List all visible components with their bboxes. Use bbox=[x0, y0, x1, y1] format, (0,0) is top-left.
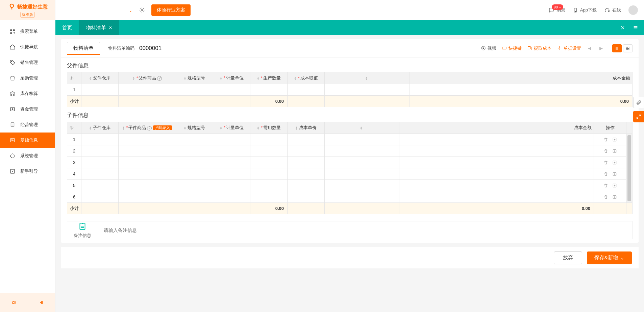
col-parent-cost-amount[interactable]: 成本金额 bbox=[613, 75, 630, 80]
shortcut-button[interactable]: 快捷键 bbox=[502, 45, 522, 51]
sort-icon[interactable]: ▲▼ bbox=[257, 126, 259, 130]
sidebar-item-inventory[interactable]: 库存核算 bbox=[0, 86, 55, 101]
discard-button[interactable]: 放弃 bbox=[554, 251, 582, 264]
svg-rect-1 bbox=[10, 29, 12, 31]
experience-plan-button[interactable]: 体验行业方案 bbox=[151, 4, 191, 16]
delete-row-icon[interactable] bbox=[603, 149, 608, 153]
sort-icon[interactable]: ▲▼ bbox=[360, 126, 363, 130]
sidebar-item-sales[interactable]: 销售管理 bbox=[0, 55, 55, 70]
sort-icon[interactable]: ▲▼ bbox=[184, 126, 187, 130]
org-settings-button[interactable] bbox=[137, 5, 147, 15]
floating-side-tools bbox=[633, 97, 644, 122]
col-child-spec[interactable]: 规格型号 bbox=[188, 125, 205, 130]
prev-doc-button[interactable]: ◀ bbox=[587, 46, 593, 51]
add-row-icon[interactable] bbox=[612, 183, 617, 188]
col-parent-product[interactable]: 父件商品 bbox=[139, 75, 156, 80]
sidebar-item-basic-info[interactable]: 基础信息 bbox=[0, 133, 55, 148]
collapse-sidebar-icon[interactable] bbox=[38, 299, 45, 306]
close-all-tabs-button[interactable] bbox=[618, 23, 628, 33]
vertical-scrollbar[interactable] bbox=[626, 134, 633, 203]
col-child-unit[interactable]: 计量单位 bbox=[226, 125, 244, 130]
sort-icon[interactable]: ▲▼ bbox=[132, 77, 135, 80]
extract-cost-button[interactable]: 提取成本 bbox=[527, 45, 551, 51]
child-table-row[interactable]: 4 bbox=[67, 168, 633, 180]
child-table-row[interactable]: 5 bbox=[67, 180, 633, 191]
view-card-button[interactable] bbox=[623, 44, 633, 52]
svg-point-22 bbox=[71, 77, 72, 79]
expand-tab[interactable] bbox=[633, 111, 644, 122]
sort-icon[interactable]: ▲▼ bbox=[122, 126, 125, 130]
scan-entry-badge[interactable]: 扫码录入 bbox=[153, 125, 172, 130]
sort-icon[interactable]: ▲▼ bbox=[220, 126, 222, 130]
online-support-button[interactable]: 在线 bbox=[604, 7, 621, 13]
delete-row-icon[interactable] bbox=[603, 195, 608, 199]
col-child-cost-amount[interactable]: 成本金额 bbox=[574, 125, 592, 130]
sidebar-item-system[interactable]: 系统管理 bbox=[0, 148, 55, 164]
col-child-warehouse[interactable]: 子件仓库 bbox=[93, 125, 110, 130]
save-and-new-button[interactable]: 保存&新增 ⌄ bbox=[587, 251, 632, 264]
col-child-unit-cost[interactable]: 成本单价 bbox=[299, 125, 317, 130]
sort-icon[interactable]: ▲▼ bbox=[184, 77, 187, 80]
parent-table-row[interactable]: 1 bbox=[67, 84, 633, 96]
add-row-icon[interactable] bbox=[612, 195, 617, 199]
child-subtotal-amount: 0.00 bbox=[399, 203, 594, 214]
main: ⌄ 体验行业方案 99 + 消息 App下载 在线 bbox=[55, 0, 644, 312]
col-parent-warehouse[interactable]: 父件仓库 bbox=[93, 75, 110, 80]
delete-row-icon[interactable] bbox=[603, 160, 608, 165]
column-settings-icon[interactable] bbox=[69, 76, 79, 80]
user-avatar[interactable] bbox=[628, 5, 638, 15]
tab-home[interactable]: 首页 bbox=[55, 20, 79, 35]
child-table-row[interactable]: 1 bbox=[67, 134, 633, 145]
sidebar-item-operation[interactable]: 经营管理 bbox=[0, 117, 55, 133]
col-child-product[interactable]: 子件商品 bbox=[128, 125, 146, 130]
message-button[interactable]: 99 + 消息 bbox=[548, 7, 565, 13]
doc-type-tab[interactable]: 物料清单 bbox=[67, 42, 100, 55]
sidebar-item-purchase[interactable]: 采购管理 bbox=[0, 70, 55, 86]
phone-icon bbox=[573, 7, 578, 13]
next-doc-button[interactable]: ▶ bbox=[598, 46, 604, 51]
delete-row-icon[interactable] bbox=[603, 172, 608, 176]
attachment-tab[interactable] bbox=[633, 97, 644, 108]
shortcut-label: 快捷键 bbox=[509, 45, 522, 51]
sort-icon[interactable]: ▲▼ bbox=[220, 77, 222, 80]
column-settings-icon[interactable] bbox=[69, 125, 79, 130]
col-parent-qty[interactable]: 生产数量 bbox=[263, 75, 281, 80]
tab-bom[interactable]: 物料清单 ✕ bbox=[79, 20, 119, 35]
child-table-row[interactable]: 6 bbox=[67, 191, 633, 203]
sort-icon[interactable]: ▲▼ bbox=[294, 77, 297, 80]
delete-row-icon[interactable] bbox=[603, 137, 608, 142]
add-row-icon[interactable] bbox=[612, 172, 617, 176]
col-parent-spec[interactable]: 规格型号 bbox=[188, 75, 205, 80]
child-table-row[interactable]: 2 bbox=[67, 145, 633, 157]
sort-icon[interactable]: ▲▼ bbox=[365, 77, 368, 80]
sidebar-item-label: 快捷导航 bbox=[20, 44, 38, 50]
org-selector[interactable]: ⌄ bbox=[61, 4, 136, 16]
tabs-menu-button[interactable] bbox=[630, 23, 641, 33]
remark-input[interactable] bbox=[104, 227, 626, 233]
add-row-icon[interactable] bbox=[612, 149, 617, 153]
col-parent-unit[interactable]: 计量单位 bbox=[226, 75, 244, 80]
info-icon[interactable]: ? bbox=[147, 126, 152, 130]
col-child-qty[interactable]: 需用数量 bbox=[263, 125, 281, 130]
sort-icon[interactable]: ▲▼ bbox=[295, 126, 298, 130]
doc-settings-button[interactable]: 单据设置 bbox=[557, 45, 581, 51]
delete-row-icon[interactable] bbox=[603, 183, 608, 188]
close-icon[interactable]: ✕ bbox=[109, 25, 112, 30]
info-icon[interactable]: ? bbox=[157, 76, 162, 81]
sidebar-item-finance[interactable]: 资金管理 bbox=[0, 101, 55, 117]
child-table-row[interactable]: 3 bbox=[67, 157, 633, 168]
sidebar-item-guide[interactable]: 新手引导 bbox=[0, 164, 55, 179]
view-list-button[interactable] bbox=[612, 44, 622, 52]
app-download-button[interactable]: App下载 bbox=[573, 7, 597, 13]
col-parent-cost-source[interactable]: 成本取值 bbox=[300, 75, 318, 80]
sort-icon[interactable]: ▲▼ bbox=[257, 77, 259, 80]
sidebar-item-search-menu[interactable]: 搜索菜单 bbox=[0, 24, 55, 39]
settings-icon[interactable] bbox=[10, 299, 17, 306]
video-help-button[interactable]: 视频 bbox=[481, 45, 496, 51]
sidebar-item-quick-nav[interactable]: 快捷导航 bbox=[0, 39, 55, 55]
doc-settings-label: 单据设置 bbox=[564, 45, 581, 51]
sort-icon[interactable]: ▲▼ bbox=[89, 126, 92, 130]
add-row-icon[interactable] bbox=[612, 137, 617, 142]
sort-icon[interactable]: ▲▼ bbox=[89, 77, 92, 80]
add-row-icon[interactable] bbox=[612, 160, 617, 165]
